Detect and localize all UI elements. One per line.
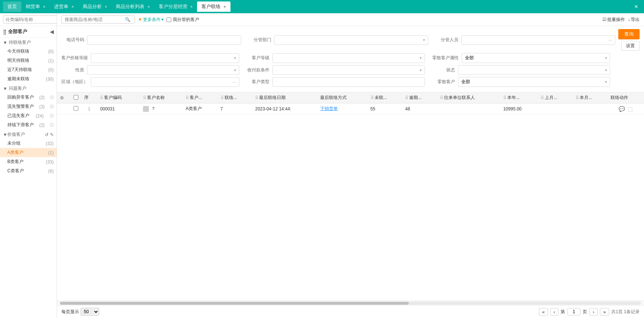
goods-analysis-close-icon[interactable]: × xyxy=(105,4,107,9)
declining-label: 持续下滑客户 xyxy=(7,122,34,128)
pending-contact-group[interactable]: ▼ 待联络客户 xyxy=(0,38,57,47)
nav-goods-list[interactable]: 商品分析列表 × xyxy=(111,1,154,12)
cust-grade-cell: 客户等级 ▾ xyxy=(247,53,425,63)
row-checkbox-cell[interactable] xyxy=(70,103,81,114)
first-page-button[interactable]: « xyxy=(539,308,548,316)
class-c-item[interactable]: C类客户 (6) xyxy=(0,166,57,176)
more-conditions-button[interactable]: ▼ 更多条件 ▾ xyxy=(138,17,164,23)
col-contact-count[interactable]: ⠿ 联络... xyxy=(218,92,253,103)
phone-input[interactable] xyxy=(87,35,241,45)
row-checkbox[interactable] xyxy=(74,106,78,111)
row-overdue: 48 xyxy=(402,103,437,114)
filter-row-1: 电话号码 分管部门 ▾ 分管人员 xyxy=(61,29,640,51)
search-icon[interactable]: 🔍 xyxy=(125,17,130,22)
action-icons-container: 💬 ⬚ xyxy=(611,106,641,112)
tomorrow-pending-item[interactable]: 明天待联络 (1) xyxy=(0,56,57,65)
qr-icon[interactable]: ⬚ xyxy=(628,106,633,112)
horizontal-scrollbar[interactable] xyxy=(57,301,644,305)
sales-close-icon[interactable]: × xyxy=(43,4,45,9)
last-method-link[interactable]: 下销货单 xyxy=(320,106,338,111)
col-current-year[interactable]: ⠿ 本年... xyxy=(500,92,538,103)
close-all-button[interactable]: × xyxy=(631,3,641,11)
status-select[interactable]: ▾ xyxy=(458,65,610,75)
refresh-icon[interactable]: ↺ xyxy=(45,132,49,137)
customer-contact-close-icon[interactable]: × xyxy=(223,4,226,9)
purchase-close-icon[interactable]: × xyxy=(71,4,74,9)
retail-attr-select[interactable]: 全部 ▾ xyxy=(462,53,610,63)
comment-icon[interactable]: 💬 xyxy=(619,106,625,112)
scrollbar-thumb[interactable] xyxy=(60,302,409,305)
problem-customers-group[interactable]: ▼ 问题客户 xyxy=(0,84,57,93)
my-customers-checkbox-area[interactable]: 我分管的客户 xyxy=(167,17,199,23)
overdue-contact-item[interactable]: 逾期未联络 (30) xyxy=(0,74,57,84)
bulk-op-label: 批量操作 xyxy=(607,17,625,23)
region-label: 区域（地区） xyxy=(61,79,91,85)
select-all-checkbox[interactable] xyxy=(74,95,78,100)
nav-home[interactable]: 首页 xyxy=(3,1,21,12)
col-last-method[interactable]: 最后联络方式 xyxy=(317,92,367,103)
class-b-item[interactable]: B类客户 (33) xyxy=(0,157,57,166)
dept-select[interactable]: ▾ xyxy=(274,35,428,45)
next-page-button[interactable]: › xyxy=(589,308,597,316)
price-grade-select[interactable]: ▾ xyxy=(91,53,239,63)
today-pending-item[interactable]: 今天待联络 (0) xyxy=(0,47,57,56)
all-customers-header[interactable]: ⣿ 全部客户 ◀ xyxy=(0,26,57,38)
retail-attr-cell: 零散客户属性 全部 ▾ xyxy=(432,53,610,63)
col-last-month[interactable]: ⠿ 上月... xyxy=(538,92,573,103)
prev-page-button[interactable]: ‹ xyxy=(550,308,558,316)
cust-type-cell: 客户类型 xyxy=(247,77,425,87)
col-gear-icon[interactable]: ⚙ xyxy=(60,95,64,100)
unclassified-item[interactable]: 未分组 (32) xyxy=(0,139,57,148)
manager-select[interactable]: ··· xyxy=(461,35,615,45)
churn-warning-item[interactable]: 流失预警客户 (3) ⓘ xyxy=(0,102,57,111)
search-box[interactable]: 🔍 xyxy=(61,15,135,24)
edit-group-icon[interactable]: ✎ xyxy=(50,132,54,137)
company-contact-sort-icon: ⠿ xyxy=(440,95,443,100)
retail-cust-select[interactable]: 全部 ▾ xyxy=(458,77,610,87)
declining-item[interactable]: 持续下滑客户 (2) ⓘ xyxy=(0,120,57,130)
export-button[interactable]: ↓ 导出 xyxy=(628,17,640,23)
value-customers-group[interactable]: ▼ 价值客户 ↺ ✎ xyxy=(0,130,57,139)
payment-select[interactable]: ▾ xyxy=(272,65,425,75)
nature-select[interactable]: ▾ xyxy=(87,65,239,75)
col-code[interactable]: ⠿ 客户编码 xyxy=(97,92,140,103)
query-button[interactable]: 查询 xyxy=(618,29,640,39)
nav-sales[interactable]: 销货单 × xyxy=(21,1,50,12)
sidebar: 🔍 ⣿ 全部客户 ◀ ▼ 待联络客户 今天待联络 (0) 明天待联络 (1) 近… xyxy=(0,13,57,318)
col-company-contact[interactable]: ⠿ 往来单位联系人 xyxy=(437,92,500,103)
class-a-item[interactable]: A类客户 (1) xyxy=(0,148,57,157)
region-select[interactable]: ··· xyxy=(91,77,239,87)
page-size-select[interactable]: 10 20 50 100 xyxy=(80,308,99,316)
week-pending-label: 近7天待联络 xyxy=(7,67,32,73)
col-action: 联络动作 xyxy=(608,92,644,103)
search-input[interactable] xyxy=(65,17,124,22)
cust-type-input[interactable] xyxy=(272,77,425,87)
nav-goods-analysis[interactable]: 商品分析 × xyxy=(78,1,111,12)
churn-warning-badge: (3) xyxy=(39,104,45,109)
abnormal-repurchase-item[interactable]: 回购异常客户 (2) ⓘ xyxy=(0,93,57,102)
churned-item[interactable]: 已流失客户 (24) ⓘ xyxy=(0,111,57,120)
customer-tier-close-icon[interactable]: × xyxy=(190,4,193,9)
nav-customer-contact[interactable]: 客户联络 × xyxy=(197,1,230,12)
nav-purchase[interactable]: 进货单 × xyxy=(50,1,78,12)
code-sort-icon: ⠿ xyxy=(100,95,103,100)
collapse-arrow-icon[interactable]: ◀ xyxy=(50,29,54,35)
cust-grade-select[interactable]: ▾ xyxy=(272,53,425,63)
goods-list-close-icon[interactable]: × xyxy=(147,4,150,9)
col-uncontacted[interactable]: ⠿ 未联... xyxy=(368,92,402,103)
col-last-date[interactable]: ⠿ 最后联络日期 xyxy=(252,92,317,103)
col-overdue[interactable]: ⠿ 逾期... xyxy=(402,92,437,103)
page-number-input[interactable] xyxy=(567,308,580,315)
manager-label: 分管人员 xyxy=(436,37,461,43)
col-level[interactable]: ⠿ 客户... xyxy=(183,92,218,103)
col-this-month[interactable]: ⠿ 本月... xyxy=(573,92,608,103)
sidebar-search-input[interactable] xyxy=(3,15,57,24)
settings-button[interactable]: 设置 xyxy=(621,41,640,51)
last-page-button[interactable]: » xyxy=(600,308,609,316)
week-pending-item[interactable]: 近7天待联络 (0) xyxy=(0,65,57,74)
my-customers-checkbox[interactable] xyxy=(167,17,171,22)
col-name[interactable]: ⠿ 客户名称 xyxy=(140,92,183,103)
row-code: 000031 xyxy=(97,103,140,114)
nav-customer-tier[interactable]: 客户分层经营 × xyxy=(154,1,197,12)
bulk-op-button[interactable]: ☑ 批量操作 xyxy=(602,17,625,23)
